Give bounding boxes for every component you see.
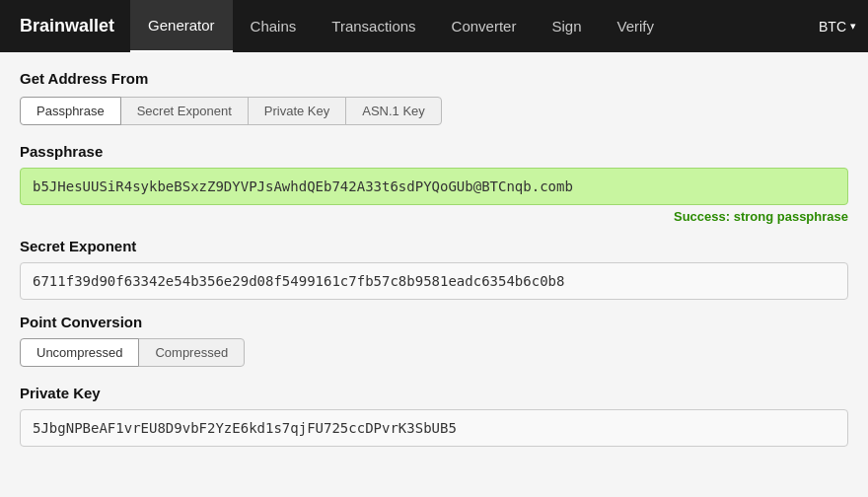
- private-key-value: 5JbgNPBeAF1vrEU8D9vbF2YzE6kd1s7qjFU725cc…: [20, 409, 848, 447]
- tab-secret-exponent[interactable]: Secret Exponent: [120, 97, 249, 125]
- nav-item-converter[interactable]: Converter: [434, 0, 535, 52]
- nav-item-transactions[interactable]: Transactions: [314, 0, 433, 52]
- tab-asn1-key[interactable]: ASN.1 Key: [345, 97, 442, 125]
- get-address-title: Get Address From: [20, 70, 848, 87]
- currency-label: BTC: [819, 19, 846, 35]
- tab-uncompressed[interactable]: Uncompressed: [20, 338, 139, 367]
- passphrase-label: Passphrase: [20, 143, 848, 160]
- main-content: Get Address From Passphrase Secret Expon…: [0, 52, 868, 497]
- navbar: Brainwallet Generator Chains Transaction…: [0, 0, 868, 52]
- chevron-down-icon: ▾: [850, 20, 856, 33]
- tab-passphrase[interactable]: Passphrase: [20, 97, 121, 125]
- passphrase-success-message: Success: strong passphrase: [20, 209, 848, 224]
- nav-items: Generator Chains Transactions Converter …: [130, 0, 819, 52]
- brand-logo[interactable]: Brainwallet: [12, 16, 122, 36]
- secret-exponent-value: 6711f39d90f63342e54b356e29d08f5499161c7f…: [20, 262, 848, 300]
- nav-item-generator[interactable]: Generator: [130, 0, 233, 52]
- point-conversion-label: Point Conversion: [20, 314, 848, 330]
- nav-item-verify[interactable]: Verify: [599, 0, 672, 52]
- point-conversion-tabs: Uncompressed Compressed: [20, 338, 848, 367]
- tab-private-key[interactable]: Private Key: [248, 97, 346, 125]
- passphrase-input[interactable]: [20, 168, 848, 205]
- currency-selector[interactable]: BTC ▾: [819, 19, 856, 35]
- tab-compressed[interactable]: Compressed: [138, 338, 245, 367]
- secret-exponent-label: Secret Exponent: [20, 238, 848, 254]
- address-source-tabs: Passphrase Secret Exponent Private Key A…: [20, 97, 848, 125]
- nav-item-sign[interactable]: Sign: [534, 0, 599, 52]
- private-key-label: Private Key: [20, 385, 848, 401]
- nav-item-chains[interactable]: Chains: [233, 0, 315, 52]
